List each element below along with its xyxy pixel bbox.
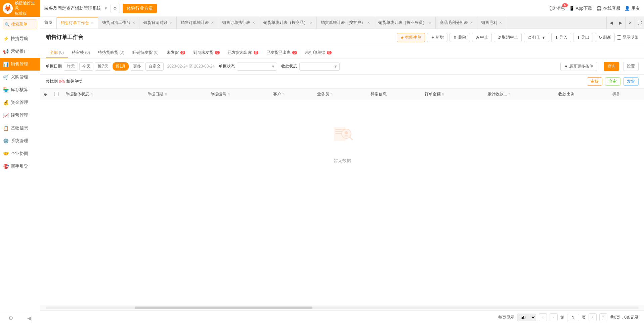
table-scroll-area[interactable]: ⚙ 单据整体状态 ⇅ 单据日期 ⇅ 单据编号 xyxy=(40,88,644,305)
stop-button[interactable]: ⊘ 中止 xyxy=(472,33,492,42)
sub-tab-pending-review[interactable]: 待审核 (0) xyxy=(68,48,94,58)
print-button[interactable]: 🖨 打印 ▼ xyxy=(524,33,549,42)
col-settings[interactable]: ⚙ xyxy=(40,89,51,100)
tab-close-sales-order[interactable]: ✕ xyxy=(91,21,94,25)
tab-goods-margin[interactable]: 商品毛利分析表 ✕ xyxy=(436,17,477,29)
col-amount[interactable]: 订单金额 ⇅ xyxy=(421,89,484,100)
app-download-button[interactable]: 📱 App下载 xyxy=(569,5,592,11)
sidebar-item-marketing[interactable]: 📢 营销推广 xyxy=(0,45,40,58)
expand-filter-button[interactable]: ▼ 展开更多条件 xyxy=(560,62,597,71)
tab-close-cargo-staff[interactable]: ✕ xyxy=(429,21,431,25)
tab-sales-stats[interactable]: 销售订单统计表 ✕ xyxy=(177,17,218,29)
sidebar-item-enterprise[interactable]: 🤝 企业协同 xyxy=(0,147,40,160)
online-service-button[interactable]: 🎧 在线客服 xyxy=(596,5,620,11)
sub-tab-all[interactable]: 全部 (0) xyxy=(46,48,68,58)
ship-button[interactable]: 发货 xyxy=(623,77,639,86)
collapse-button[interactable]: ◀ xyxy=(22,315,38,321)
cancel-stop-button[interactable]: ↺ 取消中止 xyxy=(494,33,522,42)
tab-sales-more[interactable]: 销售毛利 ✕ xyxy=(477,17,506,29)
sub-tab-shipped-not-out[interactable]: 已发货未出库 0 xyxy=(224,48,262,58)
page-size-select[interactable]: 50 100 200 xyxy=(517,314,536,321)
tab-close-cargo-cust[interactable]: ✕ xyxy=(367,21,370,25)
tab-close-sales-more[interactable]: ✕ xyxy=(499,21,502,25)
cancel-audit-button[interactable]: 弃审 xyxy=(605,77,620,86)
filter-settings-button[interactable]: 设置 xyxy=(623,62,639,71)
refresh-button[interactable]: ↻ 刷新 xyxy=(595,33,615,42)
sidebar-item-base-info[interactable]: 📋 基础信息 xyxy=(0,122,40,134)
date-btn-more[interactable]: 更多 xyxy=(130,62,144,71)
status-select[interactable] xyxy=(237,63,277,71)
message-button[interactable]: 💬 消息 6 xyxy=(550,5,565,11)
horizontal-scrollbar[interactable] xyxy=(40,305,644,310)
scrollbar-thumb[interactable] xyxy=(135,307,313,309)
settings-bottom-button[interactable]: ⚙ xyxy=(3,315,19,321)
tab-scroll-left-button[interactable]: ◀ xyxy=(606,17,616,29)
smart-create-button[interactable]: ★ 智能生单 xyxy=(397,33,425,42)
audit-button[interactable]: 审核 xyxy=(587,77,602,86)
sidebar-item-sales[interactable]: 📊 销售管理 xyxy=(0,58,40,71)
sub-tab-expired-unshipped[interactable]: 到期未发货 0 xyxy=(189,48,224,58)
sort-amount-icon: ⇅ xyxy=(442,92,444,96)
col-collected[interactable]: 累计收款... ⇅ xyxy=(484,89,555,100)
tab-close-goods-margin[interactable]: ✕ xyxy=(470,21,473,25)
sidebar-item-guide[interactable]: 🎯 新手引导 xyxy=(0,160,40,173)
import-button[interactable]: ⬇ 导入 xyxy=(551,33,571,42)
tab-close-all-button[interactable]: ✕ xyxy=(625,17,635,29)
query-button[interactable]: 查询 xyxy=(604,62,619,71)
prev-page-button[interactable]: ‹ xyxy=(550,313,558,321)
page-number-input[interactable] xyxy=(567,314,579,321)
col-staff[interactable]: 业务员 ⇅ xyxy=(314,89,367,100)
tab-home[interactable]: 首页 xyxy=(40,17,57,29)
tab-cargo-stats-cust[interactable]: 销货单统计表（按客户） ✕ xyxy=(317,17,374,29)
tab-cargo-stats-prod[interactable]: 销货单统计表（按商品） ✕ xyxy=(259,17,317,29)
tab-cash-daily[interactable]: 钱货日清工作台 ✕ xyxy=(98,17,139,29)
tab-close-cash-reconcile[interactable]: ✕ xyxy=(170,21,172,25)
sidebar-item-inventory[interactable]: 🏪 库存核算 xyxy=(0,83,40,96)
sidebar-item-quick-nav[interactable]: ⚡ 快捷导航 xyxy=(0,32,40,45)
sub-tab-unprinted[interactable]: 未打印单据 0 xyxy=(301,48,336,58)
delete-button[interactable]: 🗑 删除 xyxy=(449,33,470,42)
tab-close-cargo-prod[interactable]: ✕ xyxy=(310,21,312,25)
first-page-button[interactable]: « xyxy=(539,313,547,321)
tab-cargo-stats-staff[interactable]: 销货单统计表（按业务员） ✕ xyxy=(374,17,436,29)
tab-cash-reconcile[interactable]: 钱货日清对账 ✕ xyxy=(139,17,177,29)
industry-plan-button[interactable]: 体验行业方案 xyxy=(123,4,157,13)
topbar-settings-button[interactable]: ⚙ xyxy=(111,4,120,13)
show-detail-checkbox[interactable] xyxy=(617,35,621,40)
next-page-button[interactable]: › xyxy=(589,313,597,321)
sub-tab-unshipped[interactable]: 未发货 0 xyxy=(163,48,189,58)
sub-tab-wangpu-ship[interactable]: 旺铺待发货 (0) xyxy=(128,48,163,58)
date-btn-7days[interactable]: 近7天 xyxy=(95,62,111,71)
sub-tab-shipped-out[interactable]: 已发货已出库 0 xyxy=(262,48,301,58)
tab-scroll-right-button[interactable]: ▶ xyxy=(616,17,625,29)
date-btn-custom[interactable]: 自定义 xyxy=(145,62,164,71)
new-button[interactable]: ＋ 新增 xyxy=(427,33,447,42)
select-all-checkbox[interactable] xyxy=(54,92,58,96)
user-button[interactable]: 👤 用友 xyxy=(625,5,640,11)
tab-close-cash-daily[interactable]: ✕ xyxy=(132,21,135,25)
last-page-button[interactable]: » xyxy=(599,313,607,321)
col-date[interactable]: 单据日期 ⇅ xyxy=(144,89,207,100)
tab-close-sales-stats[interactable]: ✕ xyxy=(211,21,214,25)
tab-sales-exec[interactable]: 销售订单执行表 ✕ xyxy=(218,17,259,29)
data-table: ⚙ 单据整体状态 ⇅ 单据日期 ⇅ 单据编号 xyxy=(40,88,644,100)
tab-sales-order[interactable]: 销售订单工作台 ✕ xyxy=(57,17,98,29)
date-btn-today[interactable]: 今天 xyxy=(79,62,93,71)
date-btn-yesterday[interactable]: 昨天 xyxy=(64,62,78,71)
payment-select[interactable] xyxy=(299,63,340,71)
col-status[interactable]: 单据整体状态 ⇅ xyxy=(62,89,144,100)
page-header: 销售订单工作台 ★ 智能生单 ＋ 新增 🗑 删除 ⊘ 中止 xyxy=(40,29,644,45)
sidebar-item-purchase[interactable]: 🛒 采购管理 xyxy=(0,71,40,83)
col-number[interactable]: 单据编号 ⇅ xyxy=(207,89,270,100)
tab-close-sales-exec[interactable]: ✕ xyxy=(252,21,255,25)
sidebar-item-finance[interactable]: 💰 资金管理 xyxy=(0,96,40,109)
date-btn-1month[interactable]: 近1月 xyxy=(113,62,129,71)
sidebar-item-operations[interactable]: 📈 经营管理 xyxy=(0,109,40,122)
col-checkbox[interactable] xyxy=(51,89,62,100)
sidebar-item-system[interactable]: ⚙️ 系统管理 xyxy=(0,134,40,147)
sub-tab-pending-inspect[interactable]: 待拣货验货 (0) xyxy=(94,48,128,58)
col-customer[interactable]: 客户 ⇅ xyxy=(270,89,314,100)
export-button[interactable]: ⬆ 导出 xyxy=(573,33,593,42)
sidebar-search-button[interactable]: 🔍 搜索菜单 xyxy=(3,19,37,29)
tab-fullscreen-button[interactable]: ⛶ xyxy=(635,17,644,29)
